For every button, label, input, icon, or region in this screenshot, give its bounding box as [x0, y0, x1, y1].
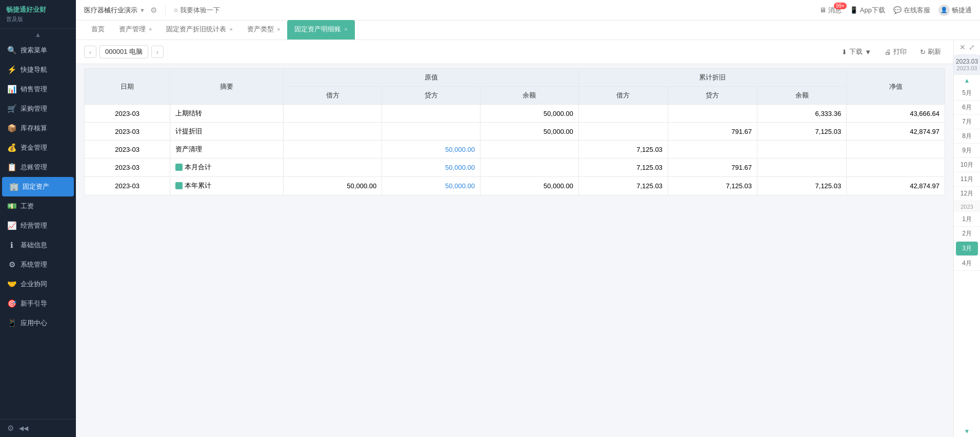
cell-dep-debit-1: [578, 123, 668, 141]
sidebar-item-固定资产[interactable]: 🏢固定资产: [2, 177, 74, 196]
sidebar-item-总账管理[interactable]: 📋总账管理: [0, 157, 76, 177]
tab-4[interactable]: 固定资产明细账×: [287, 20, 354, 39]
message-btn[interactable]: 🖥 消息 99+: [819, 6, 842, 15]
sidebar-icon-10: ℹ: [7, 241, 16, 250]
sidebar-item-新手引导[interactable]: 🎯新手引导: [0, 294, 76, 313]
sidebar-item-销售管理[interactable]: 📊销售管理: [0, 80, 76, 99]
sidebar-scroll-up[interactable]: ▲: [0, 29, 76, 41]
sidebar-icon-12: 🤝: [7, 280, 16, 289]
table-row-0: 2023-03 上期结转 50,000.00 6,333.36 43,666.6…: [85, 105, 945, 123]
sidebar-item-企业协同[interactable]: 🤝企业协同: [0, 274, 76, 294]
cell-dep-balance-4: 7,125.03: [757, 177, 847, 195]
cell-dep-balance-2: [757, 141, 847, 158]
cell-net-value-0: 43,666.64: [847, 105, 945, 123]
cell-dep-balance-3: [757, 158, 847, 177]
tab-2[interactable]: 固定资产折旧统计表×: [159, 20, 239, 39]
topbar-divider: [165, 6, 166, 15]
content-area: ‹ 000001 电脑 › ⬇ 下载 ▼ 🖨 打印 ↻: [76, 40, 980, 437]
download-btn[interactable]: ⬇ 下载 ▼: [837, 45, 875, 58]
user-menu[interactable]: 👤 畅捷通: [938, 5, 972, 16]
cell-dep-balance-1: 7,125.03: [757, 123, 847, 141]
company-name: 医疗器械行业演示: [84, 6, 137, 15]
topbar-settings-icon[interactable]: ⚙: [150, 6, 157, 15]
month-2023-0[interactable]: 1月: [954, 212, 980, 227]
month-item-pre-1[interactable]: 6月: [954, 101, 980, 115]
month-item-pre-6[interactable]: 11月: [954, 172, 980, 187]
panel-header1: 2023.03 2023.03: [954, 55, 980, 75]
tab-3[interactable]: 资产类型×: [240, 20, 287, 39]
cell-dep-balance-0: 6,333.36: [757, 105, 847, 123]
app-download-label: App下载: [860, 6, 885, 15]
sidebar-item-采购管理[interactable]: 🛒采购管理: [0, 99, 76, 118]
panel-nav-up[interactable]: ▲: [962, 75, 972, 86]
sidebar-item-基础信息[interactable]: ℹ基础信息: [0, 235, 76, 255]
month-item-pre-2[interactable]: 7月: [954, 115, 980, 129]
panel-close-icon[interactable]: ✕: [959, 43, 966, 51]
th-dep-credit: 贷方: [668, 87, 757, 105]
tab-close-1[interactable]: ×: [149, 26, 152, 32]
download-icon: ⬇: [842, 48, 847, 56]
sidebar-label-13: 新手引导: [21, 299, 47, 308]
cell-dep-debit-4: 7,125.03: [578, 177, 668, 195]
sidebar-item-搜索菜单[interactable]: 🔍搜索菜单: [0, 41, 76, 60]
collapse-icon[interactable]: ◀◀: [19, 425, 28, 432]
table-row-2: 2023-03 资产清理 50,000.00 7,125.03: [85, 141, 945, 158]
sidebar-label-4: 库存核算: [21, 124, 47, 133]
next-asset-btn[interactable]: ›: [151, 46, 164, 58]
tab-close-2[interactable]: ×: [229, 26, 232, 32]
tab-1[interactable]: 资产管理×: [112, 20, 159, 39]
content-main: ‹ 000001 电脑 › ⬇ 下载 ▼ 🖨 打印 ↻: [76, 40, 953, 437]
cell-orig-balance-3: [480, 158, 578, 177]
sidebar-item-快捷导航[interactable]: ⚡快捷导航: [0, 60, 76, 80]
tab-close-3[interactable]: ×: [277, 26, 280, 32]
sidebar-item-应用中心[interactable]: 📱应用中心: [0, 313, 76, 333]
month-2023-2[interactable]: 3月: [956, 242, 978, 256]
tab-0[interactable]: 首页: [84, 20, 112, 39]
sidebar-item-工资[interactable]: 💵工资: [0, 196, 76, 216]
th-dep-debit: 借方: [578, 87, 668, 105]
sidebar-item-经营管理[interactable]: 📈经营管理: [0, 216, 76, 235]
panel-nav-down[interactable]: ▼: [962, 426, 972, 437]
sidebar-item-库存核算[interactable]: 📦库存核算: [0, 118, 76, 138]
settings-icon[interactable]: ⚙: [7, 424, 14, 433]
online-service-btn[interactable]: 💬 在线客服: [893, 6, 930, 15]
month-item-pre-3[interactable]: 8月: [954, 129, 980, 144]
company-selector[interactable]: 医疗器械行业演示 ▼: [84, 6, 145, 15]
print-btn[interactable]: 🖨 打印: [881, 45, 911, 58]
month-item-pre-4[interactable]: 9月: [954, 144, 980, 158]
month-item-pre-7[interactable]: 12月: [954, 187, 980, 201]
year-header-2023: 2023: [954, 201, 980, 212]
th-orig-credit: 贷方: [382, 87, 481, 105]
sidebar-item-资金管理[interactable]: 💰资金管理: [0, 138, 76, 157]
th-orig-balance: 余额: [480, 87, 578, 105]
experience-label: 我要体验一下: [180, 6, 220, 15]
sidebar-label-12: 企业协同: [21, 280, 47, 289]
sidebar-icon-5: 💰: [7, 143, 16, 152]
cell-dep-debit-3: 7,125.03: [578, 158, 668, 177]
sidebar-icon-8: 💵: [7, 202, 16, 211]
cell-summary-1: 计提折旧: [170, 123, 284, 141]
sidebar-icon-3: 🛒: [7, 104, 16, 113]
month-item-pre-0[interactable]: 5月: [954, 86, 980, 101]
tab-close-4[interactable]: ×: [344, 26, 347, 32]
table-row-4: 2023-03 本年累计 50,000.00 50,000.00 50,000.…: [85, 177, 945, 195]
sidebar-item-系统管理[interactable]: ⚙系统管理: [0, 255, 76, 274]
sidebar-label-0: 搜索菜单: [21, 46, 47, 55]
th-date: 日期: [85, 69, 170, 105]
cell-summary-2: 资产清理: [170, 141, 284, 158]
month-2023-3[interactable]: 4月: [954, 256, 980, 271]
cell-orig-debit-3: [284, 158, 382, 177]
app-download-btn[interactable]: 📱 App下载: [850, 6, 885, 15]
message-icon: 🖥: [819, 6, 826, 14]
refresh-btn[interactable]: ↻ 刷新: [916, 45, 945, 58]
experience-btn[interactable]: ○ 我要体验一下: [174, 6, 220, 15]
panel-expand-icon[interactable]: ⤢: [969, 43, 975, 51]
month-2023-1[interactable]: 2月: [954, 227, 980, 241]
sidebar-bottom: ⚙ ◀◀: [0, 419, 76, 437]
toolbar: ‹ 000001 电脑 › ⬇ 下载 ▼ 🖨 打印 ↻: [76, 40, 953, 64]
month-item-pre-5[interactable]: 10月: [954, 158, 980, 172]
prev-asset-btn[interactable]: ‹: [84, 46, 96, 58]
cell-dep-credit-2: [668, 141, 757, 158]
topbar: 医疗器械行业演示 ▼ ⚙ ○ 我要体验一下 🖥 消息 99+ 📱 App下载 💬…: [76, 0, 980, 21]
th-depreciation-group: 累计折旧: [578, 69, 846, 87]
